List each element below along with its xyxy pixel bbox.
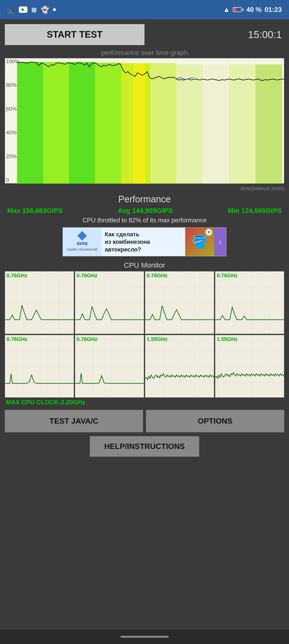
cpu-cell-6: 0.76GHz xyxy=(75,335,144,398)
cpu-graph-5 xyxy=(5,335,74,397)
performance-title: Performance xyxy=(5,194,284,204)
perf-avg: Avg 144,959GIPS xyxy=(118,207,173,214)
battery-icon xyxy=(233,7,244,12)
cpu-cell-7: 1.55GHz xyxy=(145,335,214,398)
cpu-graph-3 xyxy=(145,272,214,334)
ad-content: юла сервис объявлений Как сделатьиз комб… xyxy=(63,228,226,256)
svg-rect-19 xyxy=(95,63,121,184)
bottom-buttons: TEST JAVA/C OPTIONS xyxy=(5,410,284,432)
svg-rect-70 xyxy=(145,335,214,397)
graph-title: performance over time graph xyxy=(5,49,284,57)
cpu-freq-1: 0.76GHz xyxy=(5,272,29,280)
cpu-grid-row1: 0.76GHz 0.76GHz xyxy=(5,271,284,334)
ad-sub: сервис объявлений xyxy=(67,248,97,251)
main-content: START TEST 15:00:1 performance over time… xyxy=(0,19,289,466)
ad-next-button[interactable]: › xyxy=(214,228,226,256)
perf-max: Max 156,883GIPS xyxy=(7,207,63,214)
svg-rect-18 xyxy=(69,62,95,184)
cpu-freq-6: 0.76GHz xyxy=(75,335,99,343)
header-row: START TEST 15:00:1 xyxy=(5,24,284,45)
svg-rect-42 xyxy=(145,272,214,334)
youtube-icon xyxy=(19,6,27,13)
cpu-freq-5: 0.76GHz xyxy=(5,335,29,343)
cpu-freq-8: 1.55GHz xyxy=(215,335,239,343)
performance-stats: Max 156,883GIPS Avg 144,959GIPS Min 124,… xyxy=(5,207,284,214)
status-right: ▲ 40 % 01:23 xyxy=(223,6,282,14)
svg-rect-27 xyxy=(256,64,282,184)
tv-icon: 📺 xyxy=(7,6,15,14)
svg-rect-24 xyxy=(176,64,203,184)
svg-rect-17 xyxy=(43,62,69,184)
graph-x-label: time(interval 2min) xyxy=(5,186,284,192)
svg-rect-28 xyxy=(5,272,74,334)
perf-min: Min 124,565GIPS xyxy=(228,207,282,214)
svg-rect-22 xyxy=(145,63,150,184)
options-button[interactable]: OPTIONS xyxy=(146,410,284,432)
svg-rect-63 xyxy=(75,335,144,397)
timer-display: 15:00:1 xyxy=(144,29,284,40)
status-icons: 📺 ▦ 👻 xyxy=(7,6,56,14)
ad-close-button[interactable]: ✕ xyxy=(205,229,212,236)
test-java-button[interactable]: TEST JAVA/C xyxy=(5,410,143,432)
cpu-graph-6 xyxy=(75,335,144,397)
cpu-grid-row2: 0.76GHz 0.76GHz xyxy=(5,335,284,398)
svg-rect-77 xyxy=(215,335,284,397)
clock: 01:23 xyxy=(265,6,282,14)
cpu-cell-4: 0.76GHz xyxy=(215,271,284,334)
battery-pct: 40 % xyxy=(246,6,262,14)
help-btn-row: HELP/INSTRUCTIONS xyxy=(5,436,284,457)
cpu-freq-2: 0.76GHz xyxy=(75,272,99,280)
cpu-graph-1 xyxy=(5,272,74,334)
status-bar: 📺 ▦ 👻 ▲ 40 % 01:23 xyxy=(0,0,289,19)
cpu-cell-5: 0.76GHz xyxy=(5,335,74,398)
wifi-icon: ▲ xyxy=(223,6,230,14)
svg-rect-21 xyxy=(133,63,145,184)
cpu-cell-3: 0.76GHz xyxy=(145,271,214,334)
cpu-freq-3: 0.76GHz xyxy=(145,272,169,280)
cpu-graph-8 xyxy=(215,335,284,397)
yula-diamond-icon xyxy=(77,231,87,241)
svg-rect-56 xyxy=(5,335,74,397)
cpu-graph-2 xyxy=(75,272,144,334)
cpu-cell-2: 0.76GHz xyxy=(75,271,144,334)
cpu-freq-4: 0.76GHz xyxy=(215,272,239,280)
help-button[interactable]: HELP/INSTRUCTIONS xyxy=(90,436,199,457)
throttle-message: CPU throttled to 82% of its max performa… xyxy=(5,216,284,224)
cpu-graph-7 xyxy=(145,335,214,397)
graph-svg xyxy=(5,58,284,184)
performance-graph: 100% 80% 60% 40% 20% 0 xyxy=(5,58,284,184)
svg-rect-20 xyxy=(121,63,133,184)
bottom-nav xyxy=(0,630,289,644)
svg-rect-35 xyxy=(75,272,144,334)
ad-logo: юла сервис объявлений xyxy=(63,228,101,256)
svg-rect-49 xyxy=(215,272,284,334)
cpu-cell-8: 1.55GHz xyxy=(215,335,284,398)
dot-icon xyxy=(53,8,56,11)
grid-icon: ▦ xyxy=(31,6,37,13)
graph-y-labels: 100% 80% 60% 40% 20% 0 xyxy=(6,58,19,183)
bottom-nav-pill xyxy=(120,636,169,638)
svg-rect-25 xyxy=(203,64,229,184)
ghost-icon: 👻 xyxy=(41,6,49,14)
ad-text: Как сделатьиз комбинезонаавтокресло? xyxy=(101,228,185,255)
ad-banner[interactable]: юла сервис объявлений Как сделатьиз комб… xyxy=(63,227,226,256)
svg-rect-16 xyxy=(17,62,43,184)
start-test-button[interactable]: START TEST xyxy=(5,24,144,45)
ad-brand: юла xyxy=(77,240,87,246)
cpu-cell-1: 0.76GHz xyxy=(5,271,74,334)
cpu-freq-7: 1.55GHz xyxy=(145,335,169,343)
cpu-monitor-title: CPU Monitor xyxy=(5,261,284,269)
svg-rect-23 xyxy=(150,63,176,184)
svg-rect-26 xyxy=(229,64,256,184)
max-cpu-label: MAX CPU CLOCK:2.20GHz xyxy=(6,398,284,406)
cpu-graph-4 xyxy=(215,272,284,334)
